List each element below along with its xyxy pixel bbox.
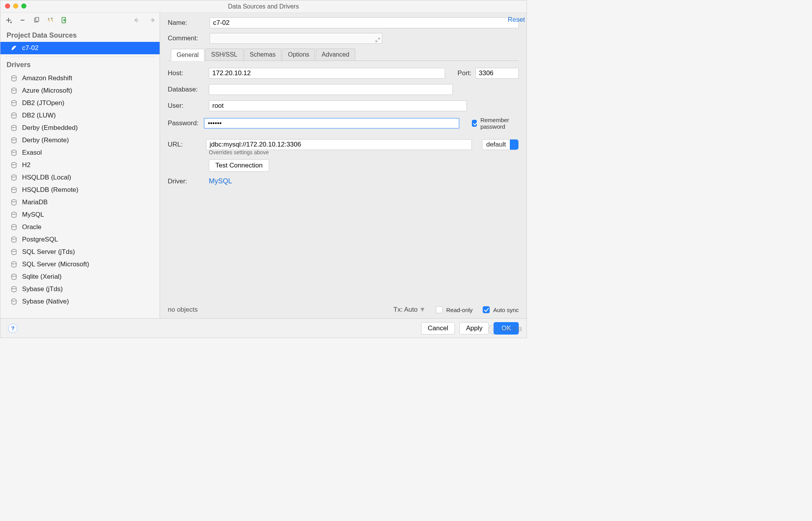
data-source-label: c7-02: [22, 44, 39, 52]
driver-label: H2: [22, 161, 31, 169]
database-driver-icon: [10, 186, 18, 193]
database-driver-icon: [10, 174, 18, 181]
database-driver-icon: [10, 124, 18, 131]
driver-item[interactable]: Sqlite (Xerial): [0, 271, 160, 283]
comment-input[interactable]: [210, 33, 382, 44]
svg-point-21: [12, 274, 16, 276]
auto-sync-checkbox[interactable]: Auto sync: [481, 305, 519, 314]
sidebar: ▾: [0, 13, 160, 318]
svg-rect-1: [36, 17, 39, 21]
import-icon[interactable]: [60, 16, 69, 24]
driver-item[interactable]: Oracle: [0, 221, 160, 233]
driver-item[interactable]: DB2 (JTOpen): [0, 97, 160, 109]
driver-item[interactable]: HSQLDB (Remote): [0, 184, 160, 196]
driver-label: HSQLDB (Remote): [22, 186, 78, 194]
database-input[interactable]: [209, 84, 453, 95]
driver-item[interactable]: PostgreSQL: [0, 233, 160, 246]
no-objects-label: no objects: [168, 306, 198, 314]
driver-item[interactable]: Sybase (Native): [0, 295, 160, 308]
reset-link[interactable]: Reset: [508, 16, 525, 24]
chevron-updown-icon: [510, 140, 518, 150]
driver-label: Derby (Remote): [22, 136, 69, 144]
tx-mode-dropdown[interactable]: Tx: Auto ▼: [394, 306, 426, 314]
driver-label: MySQL: [22, 211, 44, 219]
remove-icon[interactable]: [18, 16, 27, 24]
database-driver-icon: [10, 112, 18, 119]
driver-label: Derby (Embedded): [22, 124, 78, 132]
database-label: Database:: [168, 86, 203, 93]
ok-button[interactable]: OK: [494, 322, 519, 335]
mysql-feather-icon: [10, 45, 18, 52]
driver-label: MariaDB: [22, 198, 48, 206]
user-label: User:: [168, 102, 203, 110]
user-input[interactable]: [209, 100, 467, 111]
svg-point-9: [12, 125, 16, 128]
tab-options[interactable]: Options: [282, 48, 315, 60]
titlebar: Data Sources and Drivers: [0, 0, 526, 13]
chevron-down-icon: ▼: [419, 306, 426, 314]
settings-icon[interactable]: [46, 16, 55, 24]
minimize-window-button[interactable]: [13, 3, 18, 9]
tab-general[interactable]: General: [171, 49, 205, 61]
driver-item[interactable]: HSQLDB (Local): [0, 171, 160, 184]
tab-advanced[interactable]: Advanced: [316, 48, 355, 60]
password-input[interactable]: [204, 118, 459, 129]
remember-password-checkbox[interactable]: Remember password: [470, 117, 519, 130]
svg-point-13: [12, 175, 16, 177]
url-mode-select[interactable]: default: [482, 139, 519, 150]
name-input[interactable]: [210, 17, 519, 28]
driver-label: Sybase (Native): [22, 298, 69, 305]
apply-button[interactable]: Apply: [459, 322, 489, 335]
driver-label: SQL Server (Microsoft): [22, 260, 89, 268]
test-connection-button[interactable]: Test Connection: [209, 159, 269, 172]
port-input[interactable]: [475, 68, 519, 79]
driver-link[interactable]: MySQL: [209, 177, 232, 185]
tab-ssh-ssl[interactable]: SSH/SSL: [205, 48, 243, 60]
driver-item[interactable]: Azure (Microsoft): [0, 85, 160, 97]
data-source-item[interactable]: c7-02: [0, 42, 160, 54]
expand-icon[interactable]: [375, 37, 380, 43]
driver-item[interactable]: Exasol: [0, 147, 160, 159]
driver-item[interactable]: SQL Server (jTds): [0, 246, 160, 258]
url-input[interactable]: [206, 139, 472, 150]
url-label: URL:: [168, 141, 201, 148]
driver-label: PostgreSQL: [22, 236, 58, 243]
help-icon[interactable]: ?: [8, 324, 17, 333]
zoom-window-button[interactable]: [21, 3, 26, 9]
driver-item[interactable]: Sybase (jTds): [0, 283, 160, 295]
dialog-footer: ? Cancel Apply OK: [0, 318, 526, 338]
general-tab-content: Host: Port: Database: User: Passw: [160, 61, 526, 191]
database-driver-icon: [10, 224, 18, 231]
driver-item[interactable]: MySQL: [0, 209, 160, 221]
driver-item[interactable]: DB2 (LUW): [0, 109, 160, 122]
name-label: Name:: [168, 19, 206, 27]
svg-point-17: [12, 224, 16, 227]
driver-label: DB2 (JTOpen): [22, 99, 64, 107]
driver-item[interactable]: H2: [0, 159, 160, 171]
driver-item[interactable]: Amazon Redshift: [0, 72, 160, 85]
undo-arrow-icon[interactable]: [133, 16, 142, 24]
driver-label: Exasol: [22, 149, 42, 157]
tab-schemas[interactable]: Schemas: [244, 48, 282, 60]
database-driver-icon: [10, 286, 18, 293]
driver-item[interactable]: MariaDB: [0, 196, 160, 209]
window-controls: [5, 3, 26, 9]
database-driver-icon: [10, 211, 18, 218]
svg-point-22: [12, 286, 16, 289]
database-driver-icon: [10, 248, 18, 255]
driver-item[interactable]: Derby (Embedded): [0, 122, 160, 134]
driver-label: Azure (Microsoft): [22, 87, 72, 95]
cancel-button[interactable]: Cancel: [421, 322, 455, 335]
sidebar-toolbar: ▾: [0, 13, 160, 28]
close-window-button[interactable]: [5, 3, 10, 9]
read-only-checkbox[interactable]: Read-only: [434, 305, 473, 314]
driver-item[interactable]: SQL Server (Microsoft): [0, 258, 160, 271]
svg-point-14: [12, 187, 16, 190]
host-input[interactable]: [209, 68, 445, 79]
redo-arrow-icon[interactable]: [147, 16, 156, 24]
host-label: Host:: [168, 69, 203, 77]
copy-icon[interactable]: [32, 16, 41, 24]
database-driver-icon: [10, 273, 18, 280]
add-icon[interactable]: ▾: [4, 16, 13, 24]
driver-item[interactable]: Derby (Remote): [0, 134, 160, 147]
